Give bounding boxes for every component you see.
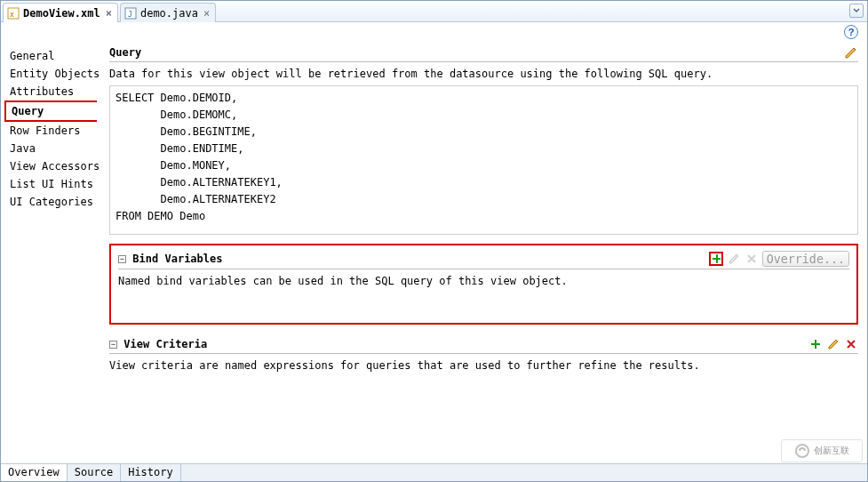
delete-view-criteria-button[interactable] (844, 337, 858, 351)
editor-tabbar: x DemoView.xml × J demo.java × (1, 1, 867, 22)
watermark-badge: 创新互联 (781, 439, 863, 462)
view-criteria-toolbar (808, 337, 858, 351)
tab-label: DemoView.xml (23, 7, 100, 20)
add-view-criteria-button[interactable] (808, 337, 823, 351)
svg-text:J: J (128, 11, 132, 19)
collapse-icon[interactable]: − (118, 255, 126, 263)
view-criteria-title-wrap: − View Criteria (109, 338, 207, 350)
watermark-text: 创新互联 (814, 445, 849, 457)
tab-demoview-xml[interactable]: x DemoView.xml × (3, 3, 118, 22)
sidebar-item-ui-categories[interactable]: UI Categories (10, 193, 106, 211)
xml-file-icon: x (7, 7, 20, 20)
edit-view-criteria-button[interactable] (826, 337, 840, 351)
bind-variables-description: Named bind variables can be used in the … (118, 275, 849, 287)
sidebar-item-row-finders[interactable]: Row Finders (10, 122, 106, 140)
section-sidebar: General Entity Objects Attributes Query … (1, 42, 106, 463)
edit-query-button[interactable] (844, 45, 858, 60)
query-section-header: Query (109, 45, 858, 62)
svg-text:x: x (10, 11, 14, 19)
help-button[interactable]: ? (844, 25, 858, 39)
tab-label: demo.java (140, 7, 198, 20)
sidebar-item-attributes[interactable]: Attributes (10, 83, 106, 100)
sidebar-item-general[interactable]: General (10, 47, 106, 65)
delete-bind-variable-button[interactable] (745, 252, 759, 266)
sql-query-text[interactable]: SELECT Demo.DEMOID, Demo.DEMOMC, Demo.BE… (109, 85, 858, 235)
view-criteria-header: − View Criteria (109, 337, 858, 354)
edit-bind-variable-button[interactable] (727, 252, 741, 266)
sidebar-item-entity-objects[interactable]: Entity Objects (10, 65, 106, 83)
java-file-icon: J (124, 7, 137, 20)
sidebar-item-list-ui-hints[interactable]: List UI Hints (10, 175, 106, 193)
view-criteria-title: View Criteria (123, 338, 207, 350)
close-icon[interactable]: × (106, 7, 112, 20)
add-bind-variable-button[interactable] (709, 252, 723, 266)
bind-variables-section: − Bind Variables Override... Named (109, 244, 858, 325)
query-description: Data for this view object will be retrie… (109, 68, 858, 80)
svg-point-4 (796, 445, 808, 457)
footer-tab-source[interactable]: Source (68, 464, 121, 481)
bind-variables-title-wrap: − Bind Variables (118, 253, 223, 265)
view-criteria-section: − View Criteria View criteria are named … (109, 337, 858, 372)
help-row: ? (1, 22, 867, 42)
view-criteria-description: View criteria are named expressions for … (109, 359, 858, 372)
footer-tab-overview[interactable]: Overview (1, 464, 68, 481)
main-content: Query Data for this view object will be … (106, 42, 867, 463)
bind-variables-toolbar: Override... (709, 251, 849, 267)
minimize-button[interactable] (849, 4, 864, 18)
footer-tab-history[interactable]: History (121, 464, 181, 481)
sidebar-item-java[interactable]: Java (10, 140, 106, 157)
bind-variables-header: − Bind Variables Override... (118, 251, 849, 269)
collapse-icon[interactable]: − (109, 341, 117, 349)
sidebar-item-view-accessors[interactable]: View Accessors (10, 157, 106, 175)
tab-demo-java[interactable]: J demo.java × (120, 3, 216, 22)
footer-tabbar: Overview Source History (1, 463, 867, 481)
bind-variables-title: Bind Variables (132, 253, 222, 265)
watermark-logo-icon (794, 443, 810, 459)
close-icon[interactable]: × (203, 7, 210, 20)
sidebar-item-query[interactable]: Query (4, 100, 97, 122)
override-button[interactable]: Override... (762, 251, 849, 267)
query-title: Query (109, 46, 141, 59)
